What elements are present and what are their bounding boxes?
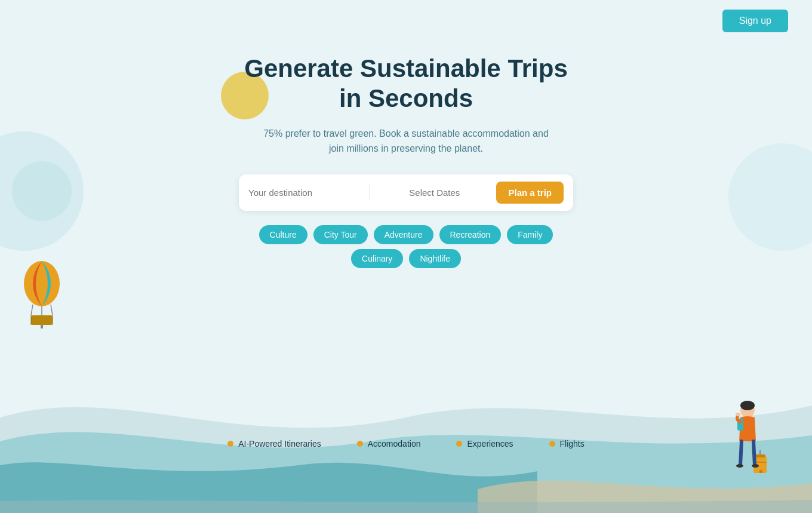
features-bar: AI-Powered Itineraries Accomodation Expe… — [0, 439, 812, 449]
tag-adventure[interactable]: Adventure — [374, 225, 433, 244]
tag-nightlife[interactable]: Nightlife — [409, 249, 461, 268]
tag-city-tour[interactable]: City Tour — [313, 225, 368, 244]
feature-dot-3 — [456, 441, 462, 447]
feature-dot-1 — [227, 441, 233, 447]
svg-point-18 — [752, 464, 759, 468]
feature-label-2: Accomodation — [368, 439, 421, 449]
tags-row-2: Culinary Nightlife — [351, 249, 461, 268]
tag-culinary[interactable]: Culinary — [351, 249, 403, 268]
svg-line-3 — [51, 305, 53, 315]
signup-button[interactable]: Sign up — [722, 10, 788, 32]
feature-experiences: Experiences — [456, 439, 513, 449]
tag-recreation[interactable]: Recreation — [439, 225, 502, 244]
svg-rect-4 — [31, 315, 53, 325]
header: Sign up — [0, 0, 812, 42]
destination-input[interactable] — [248, 188, 362, 198]
tag-family[interactable]: Family — [507, 225, 553, 244]
feature-ai-itineraries: AI-Powered Itineraries — [227, 439, 321, 449]
search-bar: Plan a trip — [239, 174, 573, 211]
feature-dot-4 — [549, 441, 555, 447]
traveler-decoration — [728, 394, 776, 477]
svg-line-1 — [31, 305, 33, 315]
feature-flights: Flights — [549, 439, 585, 449]
svg-rect-7 — [41, 325, 43, 328]
svg-point-0 — [24, 261, 60, 306]
tag-culture[interactable]: Culture — [259, 225, 307, 244]
feature-label-4: Flights — [560, 439, 585, 449]
svg-rect-11 — [759, 470, 762, 473]
feature-label-1: AI-Powered Itineraries — [238, 439, 321, 449]
feature-accommodation: Accomodation — [357, 439, 421, 449]
page-title: Generate Sustainable Trips in Seconds — [244, 54, 568, 114]
svg-point-16 — [736, 413, 740, 416]
waves-decoration — [0, 346, 812, 513]
search-divider — [370, 184, 370, 201]
dates-input[interactable] — [377, 188, 491, 198]
tags-row-1: Culture City Tour Adventure Recreation F… — [259, 225, 553, 244]
main-content: Generate Sustainable Trips in Seconds 75… — [0, 36, 812, 273]
svg-rect-9 — [755, 454, 765, 457]
feature-label-3: Experiences — [467, 439, 513, 449]
plan-trip-button[interactable]: Plan a trip — [496, 182, 564, 204]
svg-point-17 — [736, 464, 743, 468]
hot-air-balloon-decoration — [18, 257, 66, 328]
hero-subtitle: 75% prefer to travel green. Book a susta… — [263, 126, 549, 156]
svg-point-14 — [740, 401, 755, 410]
feature-dot-2 — [357, 441, 363, 447]
